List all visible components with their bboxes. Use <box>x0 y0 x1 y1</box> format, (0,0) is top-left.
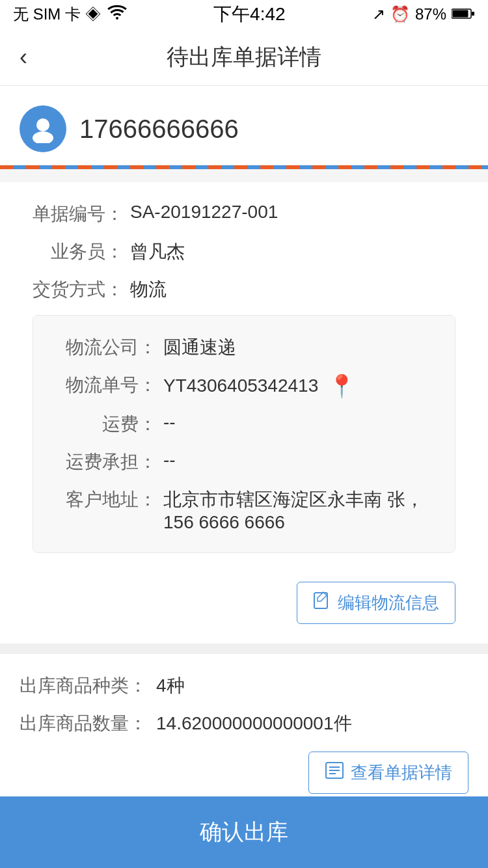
status-bar: 无 SIM 卡 ◈ 下午4:42 ↗ ⏰ 87% <box>0 0 488 29</box>
freight-bearer-row: 运费承担： -- <box>53 450 435 474</box>
address-row: 客户地址： 北京市市辖区海淀区永丰南 张，156 6666 6666 <box>53 487 435 533</box>
location-arrow-icon: ↗ <box>372 5 385 23</box>
logistics-company-label: 物流公司： <box>53 335 157 360</box>
address-label: 客户地址： <box>53 487 157 512</box>
salesperson-label: 业务员： <box>20 239 124 264</box>
edit-logistics-container: 编辑物流信息 <box>20 569 468 624</box>
edit-logistics-label: 编辑物流信息 <box>338 591 439 614</box>
alarm-icon: ⏰ <box>390 5 410 23</box>
status-right: ↗ ⏰ 87% <box>372 5 475 23</box>
section-divider <box>0 644 488 654</box>
document-number-value: SA-20191227-001 <box>130 202 468 223</box>
sim-text: 无 SIM 卡 ◈ <box>13 4 101 25</box>
freight-label: 运费： <box>53 412 157 437</box>
goods-quantity-label: 出库商品数量： <box>20 711 150 736</box>
view-detail-label: 查看单据详情 <box>351 761 452 784</box>
document-number-label: 单据编号： <box>20 202 124 226</box>
edit-logistics-button[interactable]: 编辑物流信息 <box>297 582 455 624</box>
view-detail-container: 查看单据详情 <box>20 752 468 794</box>
salesperson-value: 曾凡杰 <box>130 239 468 264</box>
battery-text: 87% <box>415 5 446 23</box>
customer-header: 17666666666 <box>0 86 488 165</box>
svg-rect-1 <box>453 10 468 18</box>
logistics-tracking-label: 物流单号： <box>53 373 157 398</box>
goods-section: 出库商品种类： 4种 出库商品数量： 14.620000000000001件 查… <box>0 654 488 813</box>
freight-bearer-label: 运费承担： <box>53 450 157 474</box>
delivery-row: 交货方式： 物流 <box>20 277 468 302</box>
goods-type-label: 出库商品种类： <box>20 673 150 698</box>
content-area: 17666666666 单据编号： SA-20191227-001 业务员： 曾… <box>0 86 488 868</box>
logistics-tracking-row: 物流单号： YT4306405342413 📍 <box>53 373 435 399</box>
goods-quantity-row: 出库商品数量： 14.620000000000001件 <box>20 711 468 736</box>
svg-point-4 <box>33 131 53 143</box>
delivery-value: 物流 <box>130 277 468 302</box>
goods-quantity-value: 14.620000000000001件 <box>156 711 352 736</box>
nav-bar: ‹ 待出库单据详情 <box>0 29 488 86</box>
delivery-label: 交货方式： <box>20 277 124 302</box>
location-pin-icon[interactable]: 📍 <box>328 373 355 399</box>
logistics-company-row: 物流公司： 圆通速递 <box>53 335 435 360</box>
edit-icon <box>313 591 331 614</box>
status-time: 下午4:42 <box>213 2 286 27</box>
bottom-bar[interactable]: 确认出库 <box>0 796 488 868</box>
wifi-icon <box>107 5 127 23</box>
back-button[interactable]: ‹ <box>20 44 27 71</box>
goods-type-value: 4种 <box>156 673 185 698</box>
svg-point-3 <box>36 118 49 131</box>
dashed-separator <box>0 165 488 169</box>
logistics-tracking-value: YT4306405342413 📍 <box>163 373 435 399</box>
svg-rect-2 <box>472 12 474 16</box>
user-icon <box>29 115 57 143</box>
document-number-row: 单据编号： SA-20191227-001 <box>20 202 468 226</box>
page-title: 待出库单据详情 <box>167 42 321 72</box>
view-detail-button[interactable]: 查看单据详情 <box>308 752 468 794</box>
freight-bearer-value: -- <box>163 450 435 470</box>
status-left: 无 SIM 卡 ◈ <box>13 4 127 25</box>
battery-icon <box>452 5 475 23</box>
confirm-button-text: 确认出库 <box>200 817 288 847</box>
customer-phone: 17666666666 <box>79 115 239 144</box>
freight-value: -- <box>163 412 435 433</box>
logistics-section: 物流公司： 圆通速递 物流单号： YT4306405342413 📍 运费： -… <box>33 315 455 553</box>
logistics-company-value: 圆通速递 <box>163 335 435 360</box>
detail-list-icon <box>325 761 344 784</box>
freight-row: 运费： -- <box>53 412 435 437</box>
document-info-section: 单据编号： SA-20191227-001 业务员： 曾凡杰 交货方式： 物流 … <box>0 182 488 644</box>
avatar <box>20 105 66 152</box>
salesperson-row: 业务员： 曾凡杰 <box>20 239 468 264</box>
address-value: 北京市市辖区海淀区永丰南 张，156 6666 6666 <box>163 487 435 533</box>
goods-type-row: 出库商品种类： 4种 <box>20 673 468 698</box>
